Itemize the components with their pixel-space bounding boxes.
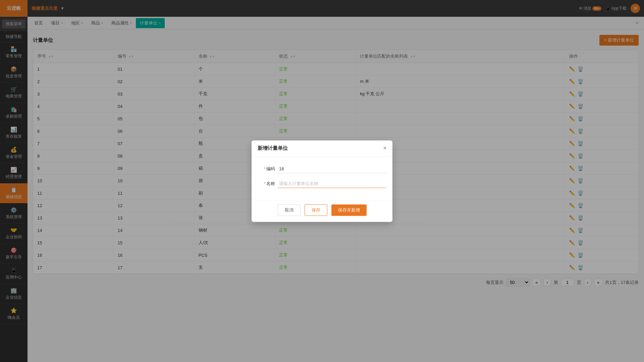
name-label: *名称 [258,181,278,187]
save-button[interactable]: 保存 [305,204,327,216]
modal-body: *编码 *名称 [252,157,392,200]
name-input[interactable] [278,179,386,188]
modal-header: 新增计量单位 × [252,140,392,157]
add-unit-modal: 新增计量单位 × *编码 *名称 取消 保存 保存并新增 [252,140,392,222]
code-input[interactable] [278,165,386,173]
save-and-add-button[interactable]: 保存并新增 [331,204,367,216]
name-required-mark: * [264,181,266,186]
code-form-row: *编码 [258,165,386,173]
code-label: *编码 [258,166,278,172]
modal-footer: 取消 保存 保存并新增 [252,200,392,222]
code-required-mark: * [264,166,266,171]
modal-title: 新增计量单位 [258,145,288,152]
cancel-button[interactable]: 取消 [278,204,301,216]
modal-close-button[interactable]: × [383,145,386,151]
name-form-row: *名称 [258,179,386,188]
modal-overlay[interactable]: 新增计量单位 × *编码 *名称 取消 保存 保存并新增 [0,0,644,362]
